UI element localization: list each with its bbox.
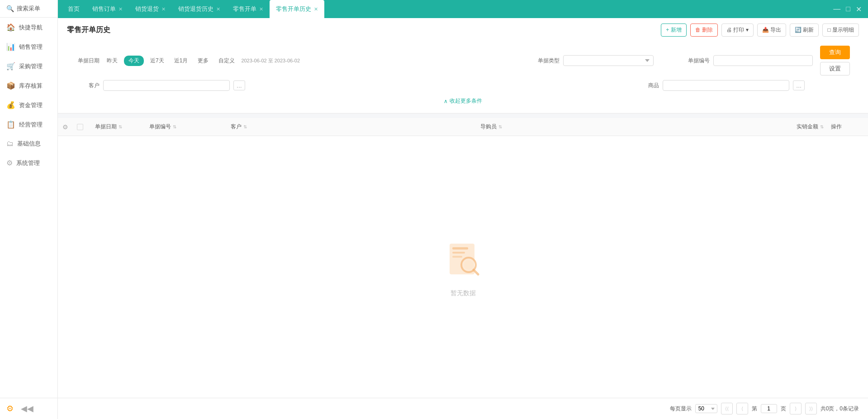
maximize-button[interactable]: □ bbox=[843, 5, 853, 13]
print-button[interactable]: 🖨 打印 ▾ bbox=[721, 24, 754, 37]
empty-state: 暂无数据 bbox=[58, 136, 868, 398]
tab-close-icon[interactable]: ✕ bbox=[314, 6, 318, 12]
sidebar-item-basic-info[interactable]: 🗂 基础信息 bbox=[0, 134, 57, 153]
filter-area: 单据日期 昨天 今天 近7天 近1月 更多 自定义 2023-06-02 至 2… bbox=[67, 41, 859, 113]
chevron-up-icon: ∧ bbox=[444, 98, 448, 104]
th-number[interactable]: 单据编号 ⇅ bbox=[146, 123, 227, 131]
toolbar: + 新增 🗑 删除 🖨 打印 ▾ 📤 导出 🔄 刷新 □ 显示明细 bbox=[661, 24, 859, 37]
checkbox-all[interactable] bbox=[77, 124, 83, 130]
sidebar-item-label: 系统管理 bbox=[16, 159, 40, 167]
sidebar-item-label: 经营管理 bbox=[19, 121, 43, 129]
filter-type-field: 单据类型 bbox=[536, 55, 654, 66]
sidebar: 🔍 搜索采单 🏠 快捷导航 📊 销售管理 🛒 采购管理 📦 库存核算 💰 资金管… bbox=[0, 0, 58, 419]
sidebar-bottom: ⚙ ◀◀ bbox=[0, 398, 57, 419]
display-detail-button[interactable]: □ 显示明细 bbox=[822, 24, 859, 37]
sidebar-item-quick-nav[interactable]: 🏠 快捷导航 bbox=[0, 18, 57, 37]
last-page-btn[interactable]: ⟩⟩ bbox=[805, 403, 817, 414]
tab-retail-history[interactable]: 零售开单历史 ✕ bbox=[270, 0, 324, 18]
tab-sales-return[interactable]: 销货退货 ✕ bbox=[129, 0, 172, 18]
tab-close-icon[interactable]: ✕ bbox=[161, 6, 166, 12]
delete-button[interactable]: 🗑 删除 bbox=[690, 24, 718, 37]
svg-point-6 bbox=[464, 260, 473, 269]
collapse-filter-btn[interactable]: ∧ 收起更多条件 bbox=[444, 95, 482, 107]
tab-home[interactable]: 首页 bbox=[62, 0, 86, 18]
page-label: 第 bbox=[752, 405, 757, 413]
tab-close-icon[interactable]: ✕ bbox=[119, 6, 123, 12]
cart-icon: 🛒 bbox=[6, 62, 15, 71]
tab-sales-order[interactable]: 销售订单 ✕ bbox=[86, 0, 129, 18]
filter-date-group: 昨天 今天 近7天 近1月 更多 自定义 2023-06-02 至 2023-0… bbox=[103, 56, 300, 66]
page-number-input[interactable]: 1 bbox=[761, 404, 777, 413]
th-amount-label: 实销金额 bbox=[797, 123, 818, 131]
tab-home-label: 首页 bbox=[68, 5, 80, 13]
customer-ellipsis-btn[interactable]: ... bbox=[233, 80, 245, 90]
sidebar-item-purchase-mgmt[interactable]: 🛒 采购管理 bbox=[0, 56, 57, 76]
tab-retail-open[interactable]: 零售开单 ✕ bbox=[227, 0, 270, 18]
tab-close-icon[interactable]: ✕ bbox=[216, 6, 220, 12]
per-page-select[interactable]: 10 20 50 100 bbox=[695, 404, 717, 413]
filter-customer-label: 客户 bbox=[76, 82, 100, 89]
filter-number-input[interactable] bbox=[713, 55, 813, 66]
sort-icon: ⇅ bbox=[173, 124, 176, 129]
sidebar-item-label: 资金管理 bbox=[19, 101, 43, 109]
sidebar-item-label: 库存核算 bbox=[19, 82, 43, 90]
empty-illustration bbox=[441, 237, 486, 282]
action-buttons: 查询 设置 bbox=[820, 46, 850, 75]
th-date[interactable]: 单据日期 ⇅ bbox=[91, 123, 146, 131]
column-settings-icon[interactable]: ⚙ bbox=[62, 123, 77, 131]
sort-icon: ⇅ bbox=[119, 124, 122, 129]
page-header: 零售开单历史 + 新增 🗑 删除 🖨 打印 ▾ 📤 导出 🔄 刷新 □ 显示明细… bbox=[58, 18, 868, 113]
minimize-button[interactable]: — bbox=[830, 5, 843, 13]
close-window-button[interactable]: ✕ bbox=[853, 5, 864, 14]
tab-bar: 首页 销售订单 ✕ 销货退货 ✕ 销货退货历史 ✕ 零售开单 ✕ 零售开单历史 … bbox=[58, 0, 868, 18]
first-page-btn[interactable]: ⟨⟨ bbox=[721, 403, 733, 414]
empty-text: 暂无数据 bbox=[451, 289, 476, 297]
collapse-sidebar-button[interactable]: ◀◀ bbox=[21, 404, 33, 414]
query-button[interactable]: 查询 bbox=[820, 46, 850, 59]
sidebar-item-inventory[interactable]: 📦 库存核算 bbox=[0, 76, 57, 95]
date-yesterday-btn[interactable]: 昨天 bbox=[103, 56, 121, 66]
prev-page-btn[interactable]: ⟨ bbox=[736, 403, 748, 414]
date-custom-btn[interactable]: 自定义 bbox=[215, 56, 238, 66]
tab-sales-return-label: 销货退货 bbox=[135, 5, 159, 13]
box-icon: 📦 bbox=[6, 81, 15, 90]
product-ellipsis-btn[interactable]: ... bbox=[793, 80, 805, 90]
svg-rect-2 bbox=[452, 252, 465, 254]
tab-close-icon[interactable]: ✕ bbox=[259, 6, 263, 12]
tab-retail-open-label: 零售开单 bbox=[233, 5, 256, 13]
date-more-btn[interactable]: 更多 bbox=[194, 56, 212, 66]
search-icon: 🔍 bbox=[6, 5, 14, 12]
date-today-btn[interactable]: 今天 bbox=[124, 56, 144, 66]
export-button[interactable]: 📤 导出 bbox=[757, 24, 786, 37]
date-1month-btn[interactable]: 近1月 bbox=[171, 56, 192, 66]
filter-product-input[interactable] bbox=[663, 80, 789, 91]
sidebar-item-finance-mgmt[interactable]: 💰 资金管理 bbox=[0, 95, 57, 115]
sidebar-search[interactable]: 🔍 搜索采单 bbox=[0, 0, 57, 18]
filter-customer-input[interactable] bbox=[103, 80, 230, 91]
filter-type-select[interactable] bbox=[563, 55, 654, 66]
tab-retail-history-label: 零售开单历史 bbox=[276, 5, 311, 13]
refresh-button[interactable]: 🔄 刷新 bbox=[790, 24, 819, 37]
next-page-btn[interactable]: ⟩ bbox=[790, 403, 802, 414]
add-button[interactable]: + 新增 bbox=[661, 24, 686, 37]
tab-sales-return-history[interactable]: 销货退货历史 ✕ bbox=[172, 0, 227, 18]
sidebar-item-sales-mgmt[interactable]: 📊 销售管理 bbox=[0, 37, 57, 56]
sidebar-item-sys-mgmt[interactable]: ⚙ 系统管理 bbox=[0, 153, 57, 173]
th-amount[interactable]: 实销金额 ⇅ bbox=[773, 123, 827, 131]
sidebar-search-label: 搜索采单 bbox=[17, 5, 40, 13]
settings-icon-button[interactable]: ⚙ bbox=[6, 404, 14, 414]
settings-button[interactable]: 设置 bbox=[820, 62, 850, 75]
tab-bar-right: — □ ✕ bbox=[830, 5, 864, 14]
date-7days-btn[interactable]: 近7天 bbox=[147, 56, 168, 66]
select-all-checkbox[interactable] bbox=[77, 124, 91, 130]
th-customer[interactable]: 客户 ⇅ bbox=[227, 123, 477, 131]
page-title: 零售开单历史 bbox=[67, 25, 110, 35]
svg-rect-1 bbox=[452, 247, 468, 250]
sidebar-item-ops-mgmt[interactable]: 📋 经营管理 bbox=[0, 115, 57, 134]
filter-number-field: 单据编号 bbox=[686, 55, 813, 66]
per-page-label: 每页显示 bbox=[670, 405, 692, 413]
sort-icon: ⇅ bbox=[498, 124, 502, 129]
th-guide[interactable]: 导购员 ⇅ bbox=[477, 123, 531, 131]
svg-rect-3 bbox=[452, 256, 462, 258]
sort-icon: ⇅ bbox=[820, 124, 824, 129]
